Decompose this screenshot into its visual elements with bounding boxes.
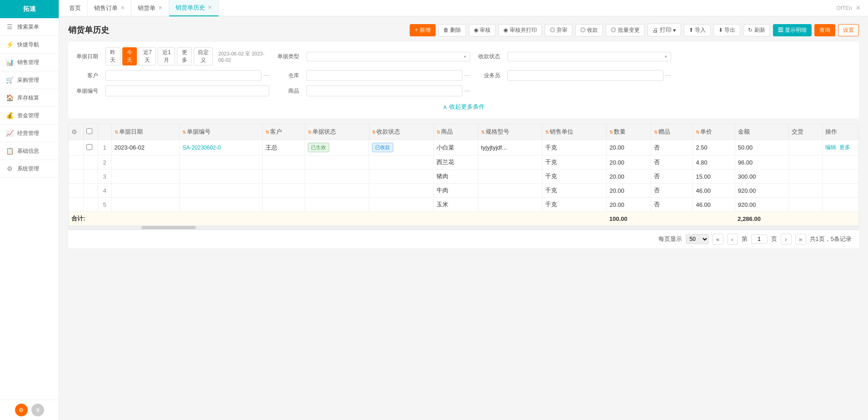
settings-gear-icon[interactable]: ⚙ (71, 128, 77, 135)
app-logo: 拓速 (0, 0, 59, 18)
warehouse-input[interactable] (306, 70, 462, 81)
tabs-bar: 首页 销售订单 ✕ 销货单 ✕ 销货单历史 ✕ OfTEn ✕ (59, 0, 868, 16)
doc-no-input[interactable] (105, 85, 269, 96)
sidebar-item-label: 经营管理 (17, 130, 39, 137)
goods-dots-icon[interactable]: ··· (464, 87, 470, 95)
audit-print-button[interactable]: ◉ 审核并打印 (498, 24, 542, 36)
salesperson-input[interactable] (507, 70, 663, 81)
query-button[interactable]: 查询 (814, 24, 835, 36)
abandon-button[interactable]: ◎ 弃审 (545, 24, 572, 36)
date-btn-yesterday[interactable]: 昨天 (105, 47, 120, 65)
cell-settings (69, 155, 83, 170)
date-btn-today[interactable]: 今天 (122, 47, 137, 65)
collapse-btn[interactable]: ∧ 收起更多条件 (443, 101, 485, 113)
cell-qty: 20.00 (607, 170, 651, 184)
doc-no-link[interactable]: SA-20230602-0 (182, 145, 221, 151)
edit-link[interactable]: 编辑 (825, 144, 836, 150)
page-number-input[interactable] (751, 235, 768, 244)
sidebar-item-quick-nav[interactable]: ⚡ 快捷导航 (0, 36, 59, 54)
goods-input[interactable] (306, 85, 462, 96)
window-close-btn[interactable]: ✕ (856, 5, 861, 11)
delete-button[interactable]: 🗑 删除 (438, 24, 466, 36)
tab-sales-goods-history[interactable]: 销货单历史 ✕ (169, 0, 219, 16)
col-collect-status[interactable]: ⇅收款状态 (369, 124, 433, 140)
doc-type-select[interactable]: ▾ (306, 52, 470, 61)
col-doc-status[interactable]: ⇅单据状态 (305, 124, 369, 140)
next-page-btn[interactable]: › (781, 234, 792, 245)
col-gift[interactable]: ⇅赠品 (651, 124, 693, 140)
col-doc-no[interactable]: ⇅单据编号 (180, 124, 263, 140)
col-price[interactable]: ⇅单价 (693, 124, 735, 140)
refresh-button[interactable]: ↻ 刷新 (743, 24, 770, 36)
search-menu-icon: ☰ (5, 23, 14, 31)
more-link[interactable]: 更多 (839, 144, 850, 150)
sidebar-item-label: 资金管理 (17, 112, 39, 120)
batch-change-button[interactable]: ◎ 批量变更 (606, 24, 644, 36)
doc-type-field: ▾ (306, 52, 470, 61)
salesperson-dots-icon[interactable]: ··· (665, 71, 671, 80)
cell-doc-status (305, 155, 369, 170)
sort-icon11: ⇅ (696, 130, 699, 135)
sidebar-item-label: 快捷导航 (17, 41, 39, 49)
cell-rownum: 5 (98, 198, 111, 212)
cell-amount: 300.00 (735, 170, 788, 184)
row-checkbox[interactable] (86, 144, 92, 150)
col-customer[interactable]: ⇅客户 (263, 124, 305, 140)
cell-price: 2.50 (693, 140, 735, 155)
cell-spec (478, 170, 542, 184)
import-button[interactable]: ⬆ 导入 (684, 24, 711, 36)
col-doc-date[interactable]: ⇅单据日期 (111, 124, 180, 140)
cell-action (822, 155, 858, 170)
sidebar-pause-btn[interactable]: ⏸ (31, 404, 44, 416)
sidebar-item-sales-mgmt[interactable]: 📊 销售管理 (0, 54, 59, 71)
audit-button[interactable]: ◉ 审核 (469, 24, 496, 36)
scrollbar-thumb[interactable] (141, 226, 196, 229)
horizontal-scrollbar[interactable] (69, 225, 858, 229)
sidebar-item-sys-mgmt[interactable]: ⚙ 系统管理 (0, 160, 59, 178)
collect-status-select[interactable]: ▾ (507, 52, 671, 61)
cell-unit: 千克 (542, 170, 607, 184)
customer-input[interactable] (105, 70, 261, 81)
close-sales-goods-icon[interactable]: ✕ (158, 5, 162, 11)
col-unit[interactable]: ⇅销售单位 (542, 124, 607, 140)
first-page-btn[interactable]: « (712, 234, 723, 245)
sidebar-item-base-info[interactable]: 📋 基础信息 (0, 142, 59, 160)
sys-icon: ⚙ (5, 165, 14, 173)
cell-gift: 否 (651, 198, 693, 212)
col-goods[interactable]: ⇅商品 (433, 124, 478, 140)
close-sales-order-icon[interactable]: ✕ (120, 5, 125, 11)
display-detail-button[interactable]: ☰ 显示明细 (773, 24, 812, 36)
sidebar-item-finance[interactable]: 💰 资金管理 (0, 107, 59, 125)
sidebar-settings-btn[interactable]: ⚙ (15, 404, 28, 416)
date-btn-more[interactable]: 更多 (177, 47, 192, 65)
warehouse-dots-icon[interactable]: ··· (464, 71, 470, 80)
col-settings[interactable]: ⚙ (69, 124, 83, 140)
cell-action (822, 198, 858, 212)
tab-home[interactable]: 首页 (63, 0, 88, 16)
per-page-select[interactable]: 50 100 200 (686, 234, 709, 244)
col-spec[interactable]: ⇅规格型号 (478, 124, 542, 140)
export-button[interactable]: ⬇ 导出 (713, 24, 740, 36)
col-qty[interactable]: ⇅数量 (607, 124, 651, 140)
sidebar-item-ops-mgmt[interactable]: 📈 经营管理 (0, 125, 59, 142)
sort-icon5: ⇅ (372, 130, 376, 135)
sidebar-item-search-menu[interactable]: ☰ 搜索菜单 (0, 18, 59, 36)
tab-sales-goods[interactable]: 销货单 ✕ (131, 0, 169, 16)
tab-sales-order[interactable]: 销售订单 ✕ (88, 0, 131, 16)
sidebar-item-label: 销售管理 (17, 59, 39, 66)
sidebar-item-purchase-mgmt[interactable]: 🛒 采购管理 (0, 71, 59, 89)
print-button[interactable]: 🖨 打印 ▾ (647, 24, 681, 36)
tabs-bar-right: OfTEn ✕ (836, 5, 864, 11)
settings-button[interactable]: 设置 (838, 24, 859, 36)
date-btn-1month[interactable]: 近1月 (158, 47, 175, 65)
new-button[interactable]: + 新增 (410, 24, 435, 36)
select-all-checkbox[interactable] (86, 128, 92, 134)
close-history-icon[interactable]: ✕ (208, 5, 212, 10)
date-btn-7days[interactable]: 近7天 (139, 47, 156, 65)
collect-button[interactable]: ◎ 收款 (575, 24, 603, 36)
customer-dots-icon[interactable]: ··· (263, 71, 269, 80)
sidebar-item-inventory[interactable]: 🏠 库存核算 (0, 89, 59, 107)
date-btn-custom[interactable]: 自定义 (194, 47, 213, 65)
prev-page-btn[interactable]: ‹ (727, 234, 738, 245)
last-page-btn[interactable]: » (795, 234, 806, 245)
